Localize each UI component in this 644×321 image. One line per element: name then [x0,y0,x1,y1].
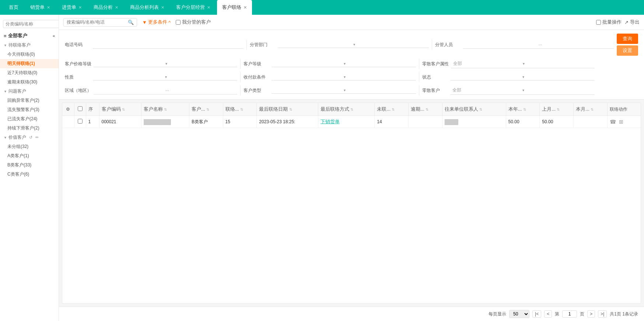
close-cc-icon[interactable]: ✕ [244,5,247,10]
query-button[interactable]: 查询 [617,34,638,44]
filter-price-grade-select[interactable]: ▾ [94,61,237,67]
sort-ul-icon: ⇅ [392,107,395,111]
filter-customer-type: 客户类型 ▾ [244,87,416,94]
th-name[interactable]: 客户名称 ⇅ [141,103,189,116]
filter-payment-label: 收付款条件 [244,74,269,80]
sidebar-collapse-icon[interactable]: « [53,34,55,38]
sidebar-declining[interactable]: 持续下滑客户(2) [0,124,59,133]
nav-purchase[interactable]: 进货单✕ [57,0,87,15]
filter-nature-select[interactable]: ▾ [93,74,237,80]
nav-customer-tier[interactable]: 客户分层经营✕ [171,0,216,15]
td-contact-count: 15 [223,116,257,128]
sidebar-b-class[interactable]: B类客户(33) [0,160,59,170]
sidebar-a-class[interactable]: A类客户(1) [0,151,59,160]
filter-dept-select[interactable]: ▾ [278,41,428,48]
sort-od-icon: ⇅ [426,107,428,111]
filter-customer-grade: 客户等级 ▾ [244,61,416,67]
sidebar-ungroup[interactable]: 未分组(32) [0,142,59,151]
sort-ty-icon: ⇅ [523,107,526,111]
group-pending[interactable]: 待联络客户 [0,41,59,50]
nav-sales[interactable]: 销货单✕ [25,0,55,15]
close-pl-icon[interactable]: ✕ [161,5,164,10]
search-icon[interactable]: 🔍 [128,20,134,25]
filter-region-label: 区域（地区） [65,87,91,94]
page-number-input[interactable] [562,310,577,318]
filter-phone-input[interactable] [93,41,244,49]
td-num: 1 [86,116,99,128]
th-last-date[interactable]: 最后联络日期 ⇅ [257,103,318,116]
group-value[interactable]: 价值客户 ↺ ✏ [0,133,59,142]
col-check[interactable] [74,103,86,116]
th-this-month[interactable]: 本月... ⇅ [574,103,608,116]
th-code[interactable]: 客户编码 ⇅ [99,103,141,116]
close-sales-icon[interactable]: ✕ [47,5,50,10]
first-page-btn[interactable]: |< [532,310,541,318]
last-page-btn[interactable]: >| [598,310,607,318]
sidebar-7days-pending[interactable]: 近7天待联络(0) [0,68,59,77]
sidebar-churn-warning[interactable]: 流失预警客户(3) [0,105,59,114]
page-size-select[interactable]: 50 100 200 [509,310,529,318]
close-pa-icon[interactable]: ✕ [115,5,118,10]
th-last-method[interactable]: 最后联络方式 ⇅ [318,103,374,116]
th-contact-count[interactable]: 联络... ⇅ [223,103,257,116]
th-last-month[interactable]: 上月... ⇅ [540,103,574,116]
payment-arrow-icon: ▾ [344,75,414,79]
filter-retail-customer-select[interactable]: 全部 ▾ [450,86,595,95]
filter-person-select[interactable]: ··· [463,41,614,49]
toolbar-search-box[interactable]: 🔍 [63,18,137,27]
region-dots-icon[interactable]: ··· [165,88,235,93]
export-btn[interactable]: ↗ 导出 [624,19,640,25]
group-problem[interactable]: 问题客户 [0,87,59,96]
data-table: ⚙ 序 客户编码 ⇅ 客户名称 ⇅ 客户... ⇅ 联络... ⇅ 最后联络日期… [62,103,641,128]
th-type[interactable]: 客户... ⇅ [189,103,223,116]
filter-customer-grade-select[interactable]: ▾ [272,61,416,67]
th-unit-contact[interactable]: 往来单位联系人 ⇅ [442,103,506,116]
more-filter-btn[interactable]: ▼ 更多条件 ^ [140,18,173,27]
next-page-btn[interactable]: > [587,310,595,318]
row-checkbox[interactable] [78,119,83,124]
export-icon: ↗ [624,20,629,25]
prev-page-btn[interactable]: < [544,310,552,318]
search-input[interactable] [67,20,126,25]
my-customer-check[interactable]: 我分管的客户 [176,19,211,25]
sidebar-search-input[interactable] [3,20,59,28]
filter-retail-attr-select[interactable]: 全部 ▾ [451,59,595,68]
filter-customer-type-select[interactable]: ▾ [272,87,416,94]
sidebar-today-pending[interactable]: 今天待联络(0) [0,50,59,59]
nav-customer-contact[interactable]: 客户联络✕ [217,0,252,15]
sidebar-abnormal[interactable]: 回购异常客户(2) [0,96,59,105]
set-button[interactable]: 设置 [617,45,638,56]
close-purchase-icon[interactable]: ✕ [78,5,82,10]
sidebar-tomorrow-pending[interactable]: 明天待联络(1) [0,59,59,68]
select-all-checkbox[interactable] [78,106,83,111]
td-check[interactable] [74,116,86,128]
sidebar-churned[interactable]: 已流失客户(24) [0,114,59,124]
th-overdue[interactable]: 逾期... ⇅ [408,103,442,116]
sort-code-icon: ⇅ [122,107,125,111]
batch-op-checkbox[interactable] [596,20,601,25]
batch-op-btn[interactable]: 批量操作 [596,19,622,25]
nav-product-list[interactable]: 商品分析列表✕ [125,0,169,15]
sidebar-c-class[interactable]: C类客户(6) [0,170,59,179]
grid-action-icon[interactable]: ⊞ [619,119,623,125]
person-dots-icon[interactable]: ··· [538,42,612,47]
filter-payment-select[interactable]: ▾ [272,74,416,80]
my-customer-checkbox[interactable] [176,20,181,25]
last-method-link[interactable]: 下销货单 [321,119,340,124]
td-last-method[interactable]: 下销货单 [318,116,374,128]
th-this-year[interactable]: 本年... ⇅ [506,103,540,116]
filter-region-select[interactable]: ··· [94,87,237,94]
nav-product-analysis[interactable]: 商品分析✕ [88,0,123,15]
sidebar-overdue-pending[interactable]: 逾期未联络(30) [0,77,59,87]
value-edit-icon[interactable]: ✏ [35,135,39,140]
divider2 [432,39,432,50]
phone-action-icon[interactable]: ☎ [610,119,616,125]
nav-home[interactable]: 首页 [4,0,24,15]
value-refresh-icon[interactable]: ↺ [29,135,32,140]
filter-status-select[interactable]: ▾ [450,74,595,80]
close-ct-icon[interactable]: ✕ [207,5,210,10]
customer-type-arrow-icon: ▾ [344,88,414,92]
filter-nature-label: 性质 [65,74,91,80]
th-unlink[interactable]: 未联... ⇅ [375,103,409,116]
col-settings[interactable]: ⚙ [62,103,74,116]
